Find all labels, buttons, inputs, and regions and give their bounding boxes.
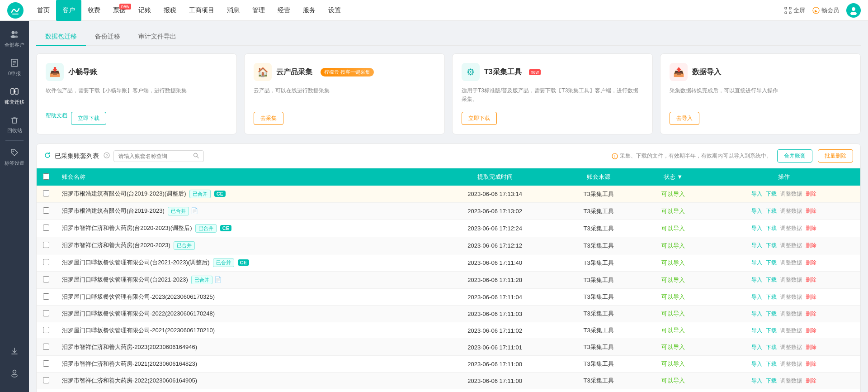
select-all-checkbox[interactable] <box>43 173 49 180</box>
action-adjust[interactable]: 调整数据 <box>780 311 802 317</box>
action-delete[interactable]: 删除 <box>806 361 816 367</box>
action-下载[interactable]: 下载 <box>766 208 777 214</box>
search-box[interactable] <box>113 150 204 162</box>
action-delete[interactable]: 删除 <box>806 242 816 249</box>
row-checkbox-cell[interactable] <box>37 389 56 392</box>
action-导入[interactable]: 导入 <box>751 311 762 317</box>
action-导入[interactable]: 导入 <box>751 294 762 300</box>
action-导入[interactable]: 导入 <box>751 327 762 334</box>
nav-manage[interactable]: 管理 <box>246 0 271 21</box>
row-checkbox-cell[interactable] <box>37 306 56 322</box>
action-下载[interactable]: 下载 <box>766 242 777 249</box>
action-adjust[interactable]: 调整数据 <box>780 242 802 249</box>
action-导入[interactable]: 导入 <box>751 361 762 367</box>
row-checkbox[interactable] <box>43 293 49 300</box>
action-delete[interactable]: 删除 <box>806 225 816 231</box>
action-delete[interactable]: 删除 <box>806 378 816 384</box>
file-icon[interactable]: 📄 <box>191 207 198 214</box>
col-checkbox[interactable] <box>37 168 56 186</box>
nav-fee[interactable]: 收费 <box>81 0 107 21</box>
row-checkbox-cell[interactable] <box>37 254 56 272</box>
action-adjust[interactable]: 调整数据 <box>780 259 802 266</box>
action-下载[interactable]: 下载 <box>766 259 777 266</box>
xiaochang-download-btn[interactable]: 立即下载 <box>71 112 106 125</box>
tab-data-migration[interactable]: 数据包迁移 <box>36 28 86 46</box>
action-adjust[interactable]: 调整数据 <box>780 294 802 300</box>
action-delete[interactable]: 删除 <box>806 327 816 334</box>
sidebar-item-migrate[interactable]: 账套迁移 <box>0 81 29 110</box>
row-checkbox[interactable] <box>43 259 49 265</box>
action-导入[interactable]: 导入 <box>751 259 762 266</box>
sidebar-item-tag-settings[interactable]: 标签设置 <box>0 143 29 171</box>
row-checkbox-cell[interactable] <box>37 237 56 254</box>
action-delete[interactable]: 删除 <box>806 259 816 266</box>
action-delete[interactable]: 删除 <box>806 208 816 214</box>
row-checkbox-cell[interactable] <box>37 220 56 237</box>
t3-download-btn[interactable]: 立即下载 <box>462 112 497 125</box>
row-checkbox-cell[interactable] <box>37 289 56 306</box>
action-导入[interactable]: 导入 <box>751 277 762 283</box>
action-adjust[interactable]: 调整数据 <box>780 191 802 197</box>
action-delete[interactable]: 删除 <box>806 344 816 350</box>
sidebar-user-setting[interactable] <box>7 363 22 385</box>
nav-business[interactable]: 工商项目 <box>183 0 221 21</box>
action-下载[interactable]: 下载 <box>766 344 777 350</box>
col-status[interactable]: 状态 ▼ <box>639 168 708 186</box>
sidebar-item-zero-report[interactable]: 0申报 <box>0 53 29 81</box>
nav-settings[interactable]: 设置 <box>322 0 347 21</box>
search-input[interactable] <box>118 153 190 159</box>
action-下载[interactable]: 下载 <box>766 191 777 197</box>
action-下载[interactable]: 下载 <box>766 311 777 317</box>
refresh-icon[interactable] <box>44 152 51 160</box>
row-checkbox-cell[interactable] <box>37 356 56 373</box>
nav-service[interactable]: 服务 <box>297 0 322 21</box>
row-checkbox[interactable] <box>43 344 49 350</box>
row-checkbox-cell[interactable] <box>37 186 56 203</box>
action-adjust[interactable]: 调整数据 <box>780 327 802 334</box>
action-下载[interactable]: 下载 <box>766 225 777 231</box>
action-delete[interactable]: 删除 <box>806 191 816 197</box>
merge-accounts-btn[interactable]: 合并账套 <box>777 149 812 163</box>
action-下载[interactable]: 下载 <box>766 277 777 283</box>
nav-tax[interactable]: 报税 <box>157 0 183 21</box>
row-checkbox-cell[interactable] <box>37 203 56 220</box>
action-导入[interactable]: 导入 <box>751 378 762 384</box>
nav-accounting[interactable]: 记账 <box>132 0 157 21</box>
action-下载[interactable]: 下载 <box>766 327 777 334</box>
row-checkbox[interactable] <box>43 360 49 367</box>
row-checkbox[interactable] <box>43 207 49 214</box>
row-checkbox[interactable] <box>43 276 49 282</box>
row-checkbox-cell[interactable] <box>37 339 56 356</box>
row-checkbox-cell[interactable] <box>37 272 56 289</box>
action-adjust[interactable]: 调整数据 <box>780 208 802 214</box>
search-icon[interactable] <box>193 153 199 160</box>
action-导入[interactable]: 导入 <box>751 344 762 350</box>
file-icon[interactable]: 📄 <box>214 276 222 283</box>
vip-btn[interactable]: ▶ 畅会员 <box>812 6 839 14</box>
nav-message[interactable]: 消息 <box>221 0 246 21</box>
batch-delete-btn[interactable]: 批量删除 <box>818 149 853 163</box>
tab-backup-migration[interactable]: 备份迁移 <box>86 28 129 46</box>
action-delete[interactable]: 删除 <box>806 311 816 317</box>
row-checkbox[interactable] <box>43 190 49 196</box>
row-checkbox[interactable] <box>43 225 49 231</box>
import-go-btn[interactable]: 去导入 <box>670 112 699 125</box>
action-导入[interactable]: 导入 <box>751 208 762 214</box>
action-adjust[interactable]: 调整数据 <box>780 378 802 384</box>
row-checkbox[interactable] <box>43 310 49 316</box>
action-adjust[interactable]: 调整数据 <box>780 361 802 367</box>
row-checkbox[interactable] <box>43 242 49 248</box>
row-checkbox[interactable] <box>43 377 49 383</box>
row-checkbox-cell[interactable] <box>37 322 56 339</box>
nav-ticket[interactable]: 票据 new <box>107 0 132 21</box>
row-checkbox[interactable] <box>43 327 49 333</box>
action-导入[interactable]: 导入 <box>751 225 762 231</box>
sidebar-download[interactable] <box>7 341 22 363</box>
sidebar-item-all-clients[interactable]: 全部客户 <box>0 24 29 53</box>
nav-client[interactable]: 客户 <box>56 0 81 21</box>
nav-home[interactable]: 首页 <box>31 0 56 21</box>
tab-audit-export[interactable]: 审计文件导出 <box>129 28 185 46</box>
action-adjust[interactable]: 调整数据 <box>780 277 802 283</box>
sidebar-item-trash[interactable]: 回收站 <box>0 110 29 139</box>
action-导入[interactable]: 导入 <box>751 242 762 249</box>
